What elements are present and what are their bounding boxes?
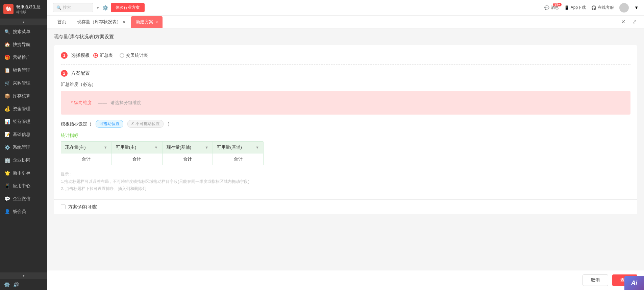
tab-home[interactable]: 首页 (53, 16, 71, 28)
tab-new-plan-close[interactable]: × (155, 20, 157, 24)
tab-close-window[interactable]: ✕ (619, 18, 627, 26)
data-cell-3: 合计 (213, 153, 263, 165)
col-header-2[interactable]: 现存量(基辅) ▼ (163, 142, 213, 153)
radio-summary-circle (93, 53, 98, 58)
main-area: 🔍 搜索 ▼ ⚙️ 体验行业方案 💬 消息 99+ 📱 App下载 🎧 在线客服… (47, 0, 644, 290)
sidebar-item-label: 销售管理 (13, 67, 30, 73)
dimension-dash: —— (98, 100, 107, 105)
required-dimension-label: * 纵向维度 (71, 100, 92, 106)
sidebar-item-label: 快捷导航 (13, 42, 30, 48)
tabs-right-actions: ✕ ⤢ (619, 18, 639, 26)
home-icon: 🏠 (4, 42, 10, 48)
sidebar-item-label: 资金管理 (13, 106, 30, 112)
ai-badge[interactable]: Ai (624, 276, 644, 290)
sidebar-item-finance[interactable]: 💰 资金管理 (0, 102, 47, 115)
app-download-item[interactable]: 📱 App下载 (564, 5, 586, 10)
gift-icon: 🎁 (4, 54, 10, 61)
sidebar-item-label: 经营管理 (13, 119, 30, 125)
sidebar-item-label: 营销推广 (13, 54, 30, 61)
user-avatar[interactable] (619, 3, 629, 13)
sidebar-item-marketing[interactable]: 🎁 营销推广 (0, 51, 47, 64)
sidebar-item-search[interactable]: 🔍 搜索菜单 (0, 25, 47, 38)
sidebar-item-inventory[interactable]: 📦 库存核算 (0, 90, 47, 102)
sidebar-scroll-up[interactable]: ▲ (0, 19, 47, 25)
tab-inventory-close[interactable]: × (123, 20, 125, 24)
sidebar-item-system[interactable]: ⚙️ 系统管理 (0, 141, 47, 154)
phone-download-icon: 📱 (564, 5, 569, 10)
tabs-bar: 首页 现存量（库存状况表） × 新建方案 × ✕ ⤢ (47, 16, 644, 28)
footer-sound-icon[interactable]: 🔊 (13, 282, 19, 287)
metrics-settings-row: 模板指标设定（ 可拖动位置 ✗ 不可拖动位置 ） (61, 120, 630, 128)
user-dropdown-arrow[interactable]: ▼ (634, 5, 639, 10)
radio-cross-label: 交叉统计表 (126, 52, 148, 58)
save-label: 方案保存(可选) (68, 204, 98, 210)
save-row: 方案保存(可选) (54, 199, 637, 214)
note-icon: 📝 (4, 131, 10, 138)
radio-cross[interactable]: 交叉统计表 (120, 52, 148, 58)
tab-expand-window[interactable]: ⤢ (630, 18, 639, 26)
dimension-area[interactable]: * 纵向维度 —— 请选择分组维度 (61, 91, 630, 115)
sidebar-item-sales[interactable]: 📋 销售管理 (0, 64, 47, 77)
tab-new-plan-label: 新建方案 (136, 19, 153, 25)
sidebar-item-label: 畅会员 (13, 209, 26, 215)
tab-new-plan[interactable]: 新建方案 × (131, 16, 162, 28)
col3-dropdown[interactable]: ▼ (255, 145, 259, 149)
footer-settings-icon[interactable]: ⚙️ (4, 282, 10, 287)
page-title: 现存量(库存状况表)方案设置 (54, 34, 637, 40)
topbar-gear-icon[interactable]: ⚙️ (102, 5, 108, 10)
chat-icon: 💬 (4, 196, 10, 202)
data-cell-0: 合计 (61, 153, 112, 165)
message-badge: 99+ (553, 3, 562, 6)
search-placeholder: 搜索 (63, 5, 71, 10)
step-divider (61, 64, 630, 65)
sidebar-item-wechat[interactable]: 💬 企业微信 (0, 192, 47, 205)
stats-table: 现存量(主) ▼ 可用量(主) ▼ 现存量(基辅) ▼ 可用量(基辅) ▼ (61, 141, 264, 165)
box-icon: 📦 (4, 93, 10, 99)
settings-card: 1 选择模板 汇总表 交叉统计表 2 方案配置 (54, 45, 637, 199)
message-item[interactable]: 💬 消息 99+ (544, 5, 559, 10)
radio-cross-circle (120, 53, 124, 58)
col1-dropdown[interactable]: ▼ (154, 145, 158, 149)
col-header-0[interactable]: 现存量(主) ▼ (61, 142, 112, 153)
dimension-section-label: 汇总维度（必选） (61, 81, 630, 88)
search-bar[interactable]: 🔍 搜索 (53, 3, 93, 12)
save-checkbox[interactable] (61, 204, 66, 209)
step1-num: 1 (61, 52, 68, 59)
tip-item-2: 2. 点击标题栏下拉可设置排序、插入列和删除列 (61, 185, 630, 193)
search-icon: 🔍 (4, 29, 10, 35)
money-icon: 💰 (4, 106, 10, 112)
sidebar-item-member[interactable]: 👤 畅会员 (0, 205, 47, 218)
sidebar-item-label: 基础信息 (13, 131, 30, 138)
dimension-placeholder: 请选择分组维度 (110, 100, 141, 106)
step2-header: 2 方案配置 (61, 70, 630, 77)
radio-summary[interactable]: 汇总表 (93, 52, 113, 58)
sidebar-item-label: 采购管理 (13, 80, 30, 86)
industry-plan-button[interactable]: 体验行业方案 (111, 3, 145, 12)
headset-icon: 🎧 (591, 5, 596, 10)
sidebar-item-purchase[interactable]: 🛒 采购管理 (0, 77, 47, 90)
col2-dropdown[interactable]: ▼ (205, 145, 208, 149)
star-icon: 🌟 (4, 170, 10, 176)
sidebar-item-basic[interactable]: 📝 基础信息 (0, 128, 47, 141)
col-header-3[interactable]: 可用量(基辅) ▼ (213, 142, 263, 153)
draggable-badge: 可拖动位置 (96, 120, 123, 128)
sidebar-item-operations[interactable]: 📊 经营管理 (0, 115, 47, 128)
sidebar-item-newguide[interactable]: 🌟 新手引导 (0, 167, 47, 179)
col-header-1[interactable]: 可用量(主) ▼ (112, 142, 163, 153)
tab-inventory[interactable]: 现存量（库存状况表） × (72, 16, 130, 28)
online-service-item[interactable]: 🎧 在线客服 (591, 5, 614, 10)
sidebar-item-appstore[interactable]: 📱 应用中心 (0, 179, 47, 192)
cancel-button[interactable]: 取消 (583, 274, 608, 286)
sidebar-scroll-down[interactable]: ▼ (0, 272, 47, 279)
sidebar-item-quick-nav[interactable]: 🏠 快捷导航 (0, 38, 47, 51)
user-icon: 👤 (4, 209, 10, 215)
sidebar-item-label: 应用中心 (13, 183, 30, 189)
col0-dropdown[interactable]: ▼ (104, 145, 107, 149)
search-dropdown-arrow[interactable]: ▼ (96, 6, 100, 10)
clipboard-icon: 📋 (4, 67, 10, 73)
sidebar-item-label: 搜索菜单 (13, 29, 30, 35)
sidebar-item-label: 企业协同 (13, 157, 30, 163)
sidebar-item-enterprise[interactable]: 🏢 企业协同 (0, 154, 47, 167)
sidebar-item-label: 系统管理 (13, 144, 30, 150)
step1-header: 1 选择模板 汇总表 交叉统计表 (61, 52, 630, 59)
